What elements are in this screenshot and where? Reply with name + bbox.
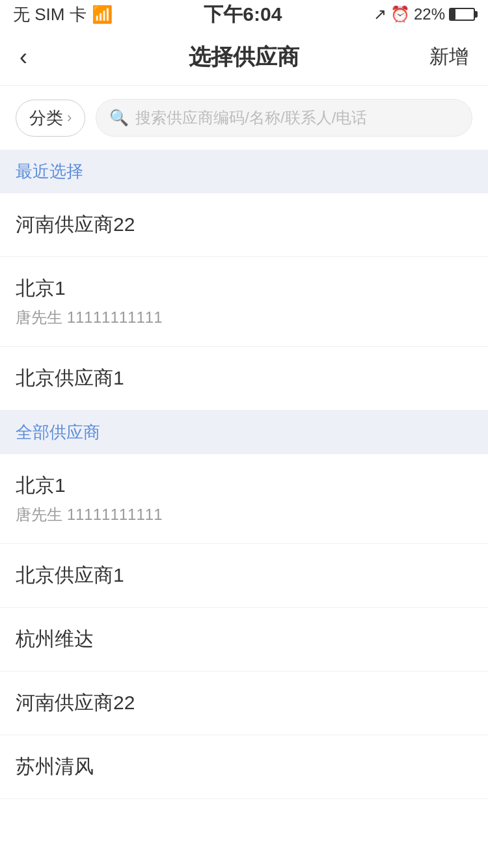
status-time: 下午6:04 [204,1,282,28]
location-icon: ↗ [373,5,386,23]
item-name: 北京1 [16,472,472,499]
item-sub: 唐先生 11111111111 [16,504,472,525]
category-button[interactable]: 分类 › [16,100,85,137]
list-item[interactable]: 河南供应商22 [0,193,488,257]
no-sim-label: 无 SIM 卡 [13,3,87,26]
item-name: 北京供应商1 [16,365,472,392]
search-box[interactable]: 🔍 搜索供应商编码/名称/联系人/电话 [96,99,472,137]
add-button[interactable]: 新增 [429,44,468,70]
recent-list: 河南供应商22北京1唐先生 11111111111北京供应商1 [0,193,488,411]
alarm-icon: ⏰ [390,5,410,23]
list-item[interactable]: 北京1唐先生 11111111111 [0,257,488,347]
battery-icon [449,8,475,21]
list-item[interactable]: 河南供应商22 [0,671,488,735]
list-item[interactable]: 北京供应商1 [0,347,488,411]
item-name: 杭州维达 [16,626,472,653]
list-item[interactable]: 杭州维达 [0,608,488,671]
item-sub: 唐先生 11111111111 [16,307,472,328]
item-name: 北京1 [16,275,472,302]
search-icon: 🔍 [109,109,129,127]
battery-percent: 22% [414,5,445,23]
filter-row: 分类 › 🔍 搜索供应商编码/名称/联系人/电话 [0,86,488,150]
all-section-header: 全部供应商 [0,411,488,454]
back-button[interactable]: ‹ [20,44,59,71]
item-name: 河南供应商22 [16,211,472,238]
chevron-right-icon: › [67,109,72,126]
status-bar: 无 SIM 卡 📶 下午6:04 ↗ ⏰ 22% [0,0,488,29]
list-item[interactable]: 北京供应商1 [0,544,488,608]
wifi-icon: 📶 [92,5,113,25]
page-title: 选择供应商 [189,42,299,72]
recent-section-header: 最近选择 [0,150,488,193]
list-item[interactable]: 北京1唐先生 11111111111 [0,454,488,544]
item-name: 河南供应商22 [16,690,472,716]
item-name: 苏州清风 [16,753,472,780]
item-name: 北京供应商1 [16,562,472,589]
category-label: 分类 [29,107,63,129]
status-left: 无 SIM 卡 📶 [13,3,113,26]
all-list: 北京1唐先生 11111111111北京供应商1杭州维达河南供应商22苏州清风 [0,454,488,799]
nav-bar: ‹ 选择供应商 新增 [0,29,488,86]
search-placeholder: 搜索供应商编码/名称/联系人/电话 [135,107,367,128]
status-right: ↗ ⏰ 22% [373,5,475,23]
list-item[interactable]: 苏州清风 [0,735,488,799]
